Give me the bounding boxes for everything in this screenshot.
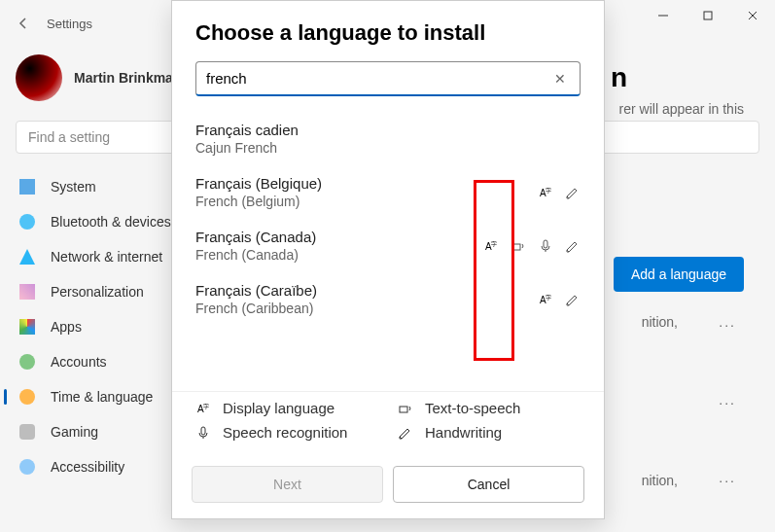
svg-rect-6 — [512, 244, 520, 250]
language-item-canada[interactable]: Français (Canada) French (Canada) A字 — [172, 219, 604, 272]
display-language-icon: A字 — [538, 292, 553, 307]
maximize-button[interactable] — [686, 0, 730, 31]
language-item-caribbean[interactable]: Français (Caraïbe) French (Caribbean) A字 — [172, 272, 604, 326]
dialog-search[interactable]: ✕ — [195, 61, 581, 96]
back-button[interactable] — [12, 12, 35, 35]
cancel-button[interactable]: Cancel — [393, 466, 584, 503]
more-button-3[interactable]: ··· — [719, 473, 736, 488]
svg-rect-1 — [704, 12, 712, 19]
profile-name: Martin Brinkman — [74, 70, 181, 86]
search-placeholder: Find a setting — [28, 129, 110, 145]
row-text: nition, — [642, 314, 678, 330]
handwriting-icon — [565, 185, 581, 200]
language-item-belgium[interactable]: Français (Belgique) French (Belgium) A字 — [172, 165, 604, 219]
more-button-2[interactable]: ··· — [719, 395, 736, 410]
dialog-title: Choose a language to install — [172, 1, 604, 53]
window-title: Settings — [47, 17, 92, 31]
avatar — [16, 54, 62, 101]
svg-text:字: 字 — [491, 240, 497, 247]
add-language-button[interactable]: Add a language — [614, 257, 744, 292]
speech-icon — [538, 238, 553, 254]
legend-handwriting: Handwriting — [398, 424, 581, 441]
dialog-buttons: Next Cancel — [172, 456, 604, 518]
display-language-icon: A字 — [483, 238, 499, 254]
row-text-2: nition, — [642, 473, 678, 488]
svg-text:字: 字 — [546, 294, 551, 301]
feature-legend: A字 Display language Text-to-speech Speec… — [172, 391, 604, 456]
more-button-1[interactable]: ··· — [719, 317, 736, 333]
tts-icon — [511, 238, 526, 254]
window-controls — [641, 0, 775, 31]
svg-rect-12 — [400, 407, 407, 412]
svg-text:字: 字 — [203, 403, 209, 409]
legend-speech: Speech recognition — [195, 424, 378, 441]
svg-text:字: 字 — [546, 187, 551, 194]
next-button[interactable]: Next — [192, 466, 383, 503]
handwriting-icon — [565, 292, 581, 307]
minimize-button[interactable] — [641, 0, 686, 31]
legend-display: A字 Display language — [195, 400, 378, 416]
handwriting-icon — [565, 238, 581, 254]
svg-rect-13 — [201, 427, 205, 435]
language-item-cajun[interactable]: Français cadien Cajun French — [172, 112, 604, 165]
language-list: Français cadien Cajun French Français (B… — [172, 108, 604, 391]
clear-search-icon[interactable]: ✕ — [550, 71, 570, 87]
legend-tts: Text-to-speech — [398, 400, 581, 416]
display-language-icon: A字 — [538, 185, 553, 200]
close-button[interactable] — [730, 0, 775, 31]
language-dialog: Choose a language to install ✕ Français … — [171, 0, 605, 519]
dialog-search-input[interactable] — [206, 70, 550, 87]
svg-rect-7 — [544, 240, 547, 248]
